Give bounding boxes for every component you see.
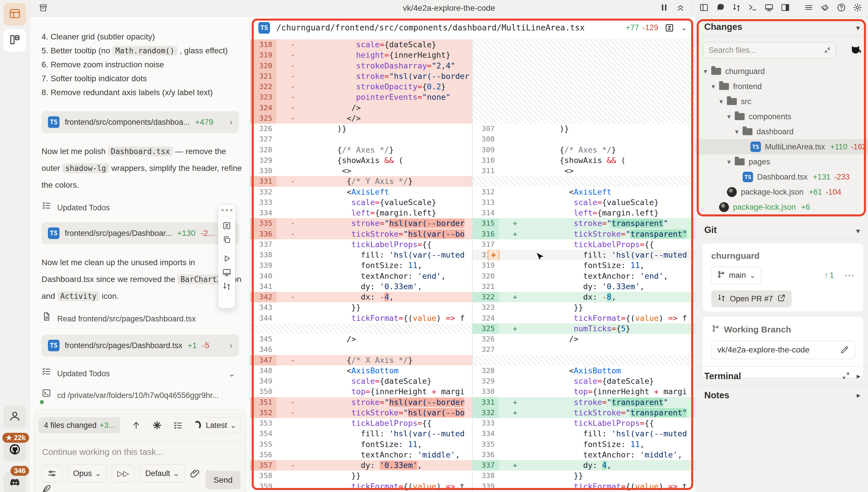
github-stars-badge: ★ 22k — [2, 433, 29, 443]
fast-forward-button[interactable]: ▷▷ — [112, 464, 134, 483]
kanban-view-button[interactable] — [3, 29, 26, 52]
terminal-chevron-icon[interactable]: ▸ — [857, 372, 861, 380]
panel-right-icon[interactable] — [781, 3, 790, 13]
help-icon[interactable] — [837, 3, 846, 13]
git-collapse-icon[interactable]: ▾ — [856, 226, 860, 236]
diff-row: 349 scale={dateScale}329 scale={dateScal… — [250, 376, 695, 387]
caret-down-icon[interactable]: ▾ — [727, 158, 735, 166]
model-dropdown[interactable]: Opus⌄ — [68, 464, 107, 483]
open-pr-button[interactable]: Open PR #7 — [711, 290, 792, 307]
diff-mode-icon[interactable] — [664, 23, 674, 33]
file-change-chip[interactable]: TS frontend/src/components/dashboa... +4… — [42, 111, 239, 133]
megaphone-icon[interactable] — [820, 3, 830, 13]
old-line-number: 343 — [250, 302, 276, 313]
files-changed-pill[interactable]: 4 files changed +3... — [39, 417, 120, 434]
caret-down-icon[interactable]: ▾ — [704, 67, 711, 75]
old-line-number: 344 — [250, 313, 276, 323]
copy-icon[interactable] — [222, 235, 231, 244]
quill-icon[interactable] — [41, 484, 51, 492]
branch-dropdown[interactable]: main ⌄ — [711, 267, 761, 284]
latest-dropdown[interactable]: Latest ⌄ — [201, 417, 241, 434]
tree-file-MultiLineArea.tsx[interactable]: TSMultiLineArea.tsx +110 -162 — [696, 139, 868, 154]
search-files-input[interactable]: Search files... — [703, 42, 836, 58]
caret-down-icon[interactable]: ▾ — [727, 113, 735, 121]
files-changed-extra: +3... — [99, 421, 115, 430]
cat-icon[interactable] — [849, 43, 862, 58]
panel-left-icon[interactable] — [699, 3, 709, 13]
send-button[interactable]: Send — [206, 471, 241, 489]
updated-todos-row[interactable]: Updated Todos — [42, 200, 241, 215]
pull-request-icon — [717, 294, 726, 304]
edit-branch-icon[interactable] — [840, 345, 849, 354]
new-line-number: 327 — [473, 344, 499, 355]
notes-section[interactable]: Notes ▸ — [696, 386, 868, 405]
diff-body[interactable]: 318- scale={dateScale}319- height={inner… — [250, 40, 695, 492]
chat-bubble-icon[interactable] — [715, 3, 725, 13]
updated-todos-row[interactable]: Updated Todos ⌄ — [42, 366, 241, 380]
diff-view-icon[interactable] — [222, 221, 231, 230]
pause-icon[interactable] — [660, 3, 669, 13]
diff-row: 343 }}323 }} — [250, 302, 695, 313]
tree-file-Dashboard.tsx[interactable]: TSDashboard.tsx +131 -233 — [696, 169, 868, 184]
terminal-prompt-icon[interactable] — [748, 3, 757, 13]
old-line-number: 323 — [250, 92, 276, 102]
menu-icon[interactable] — [804, 3, 814, 13]
file-change-chip[interactable]: TS frontend/src/pages/Dashboar... +130 -… — [42, 222, 239, 244]
assistant-message: Now let me polish Dashboard.tsx — remove… — [42, 143, 245, 194]
collapse-up-icon[interactable] — [676, 3, 685, 13]
git-compare-icon[interactable] — [732, 3, 741, 13]
settings-sliders-button[interactable] — [42, 464, 63, 483]
new-line-number: 334 — [473, 428, 499, 439]
read-file-row[interactable]: Read frontend/src/pages/Dashboard.tsx — [42, 312, 241, 326]
workspace-layout-button[interactable] — [3, 3, 26, 26]
diff-row: 358 }}338 }} — [250, 470, 695, 481]
caret-down-icon[interactable]: ▾ — [711, 82, 719, 91]
more-options-icon[interactable]: ⋯ — [844, 270, 855, 281]
drag-handle-icon[interactable] — [221, 209, 233, 212]
chevron-down-icon[interactable]: ⌄ — [228, 367, 235, 380]
caret-down-icon[interactable]: ▾ — [735, 128, 743, 136]
message-input[interactable]: Continue working on this task... — [42, 447, 246, 457]
loading-spinner — [194, 421, 201, 429]
topbar-icons — [660, 3, 862, 13]
old-line-number: 338 — [250, 250, 276, 260]
changes-collapse-icon[interactable]: ▾ — [856, 24, 860, 32]
tree-file-package-lock.json[interactable]: package-lock.json +61 -104 — [696, 184, 868, 200]
caret-down-icon[interactable]: ▾ — [719, 97, 727, 105]
diff-row: 345 />326 /> — [250, 334, 695, 344]
old-line-number: 335 — [250, 218, 276, 228]
todo-list-icon[interactable] — [173, 420, 183, 430]
tree-folder-components[interactable]: ▾ components — [696, 109, 868, 124]
working-branch-input[interactable]: vk/4e2a-explore-the-code — [711, 341, 855, 359]
account-button[interactable] — [3, 405, 26, 428]
git-compare-icon[interactable] — [222, 282, 231, 291]
tree-folder-churnguard[interactable]: ▾ churnguard — [696, 64, 868, 79]
notes-chevron-icon[interactable]: ▸ — [857, 391, 861, 400]
terminal-command-row[interactable]: cd /private/var/folders/10/h7w0q46556ggr… — [42, 388, 241, 402]
terminal-section[interactable]: Terminal ▸ — [696, 366, 868, 386]
scroll-to-top-icon[interactable] — [131, 420, 141, 430]
tree-folder-frontend[interactable]: ▾ frontend — [696, 79, 868, 94]
file-change-chip[interactable]: TS frontend/src/pages/Dashboard.tsx +1 -… — [42, 335, 239, 356]
spark-icon[interactable] — [152, 420, 162, 430]
tree-folder-src[interactable]: ▾ src — [696, 94, 868, 109]
expand-terminal-icon[interactable] — [842, 371, 850, 381]
diff-row: 323- pointerEvents="none" — [250, 92, 695, 102]
mode-dropdown[interactable]: Default⌄ — [140, 464, 185, 483]
attachment-icon[interactable] — [190, 468, 200, 478]
gear-icon[interactable] — [853, 3, 862, 13]
old-line-number: 352 — [250, 408, 276, 418]
document-icon — [42, 312, 51, 326]
tree-file-package-lock.json[interactable]: package-lock.json +6 — [696, 200, 868, 215]
diff-row: 337 tickLabelProps={{317 tickLabelProps=… — [250, 239, 695, 250]
monitor-icon[interactable] — [765, 3, 774, 13]
tree-folder-dashboard[interactable]: ▾ dashboard — [696, 124, 868, 139]
collapse-tree-icon[interactable] — [823, 46, 836, 54]
run-icon[interactable] — [222, 254, 231, 263]
tree-folder-pages[interactable]: ▾ pages — [696, 154, 868, 169]
collapse-diff-icon[interactable]: ⌄ — [681, 23, 687, 32]
old-line-number: 326 — [250, 124, 276, 134]
add-comment-button[interactable]: + — [488, 250, 499, 260]
monitor-icon[interactable] — [222, 268, 231, 277]
discord-icon — [9, 476, 21, 490]
